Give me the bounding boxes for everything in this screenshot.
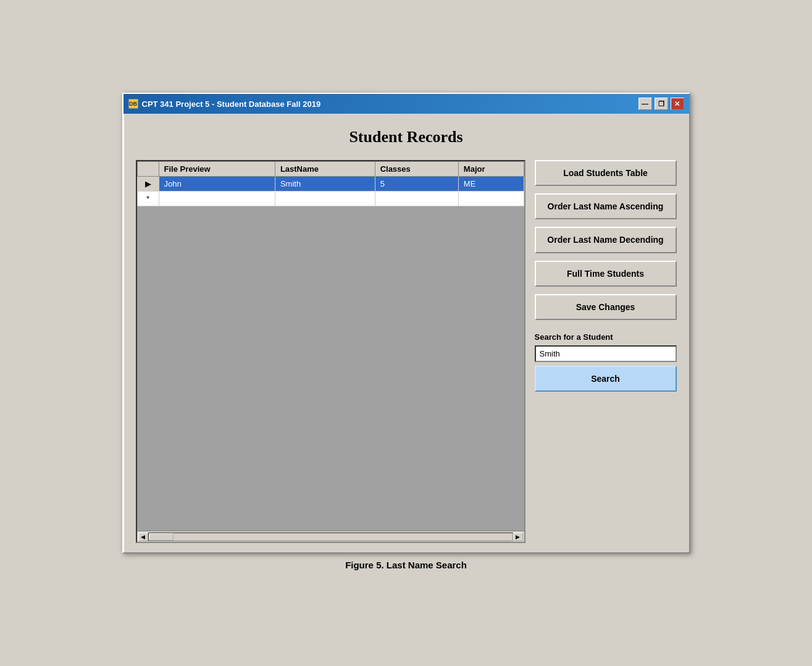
table-body: ▶ John Smith 5 ME * bbox=[137, 177, 524, 206]
horizontal-scrollbar[interactable]: ◀ ▶ bbox=[137, 531, 524, 542]
full-time-students-button[interactable]: Full Time Students bbox=[535, 261, 677, 287]
close-button[interactable]: ✕ bbox=[671, 98, 684, 110]
table-row-new[interactable]: * bbox=[137, 192, 524, 206]
search-input[interactable] bbox=[535, 345, 677, 362]
search-button[interactable]: Search bbox=[535, 366, 677, 392]
figure-caption: Figure 5. Last Name Search bbox=[345, 554, 467, 573]
title-bar: DB CPT 341 Project 5 - Student Database … bbox=[123, 94, 689, 114]
col-lastname: LastName bbox=[275, 162, 375, 177]
page-title: Student Records bbox=[136, 123, 677, 154]
title-bar-left: DB CPT 341 Project 5 - Student Database … bbox=[128, 99, 321, 109]
table-row[interactable]: ▶ John Smith 5 ME bbox=[137, 177, 524, 192]
save-changes-button[interactable]: Save Changes bbox=[535, 294, 677, 320]
window-content: Student Records File Preview LastName Cl… bbox=[123, 114, 689, 552]
data-table: File Preview LastName Classes Major ▶ Jo… bbox=[137, 161, 524, 206]
col-classes: Classes bbox=[375, 162, 458, 177]
table-header: File Preview LastName Classes Major bbox=[137, 162, 524, 177]
cell-major-1[interactable]: ME bbox=[458, 177, 524, 192]
scrollbar-track[interactable] bbox=[148, 533, 513, 541]
col-major: Major bbox=[458, 162, 524, 177]
search-section: Search for a Student Search bbox=[535, 332, 677, 392]
title-bar-controls: — ❐ ✕ bbox=[638, 98, 684, 110]
col-indicator bbox=[137, 162, 159, 177]
scrollbar-thumb[interactable] bbox=[149, 533, 174, 541]
app-icon: DB bbox=[128, 99, 138, 109]
cell-classes-2[interactable] bbox=[375, 192, 458, 206]
restore-button[interactable]: ❐ bbox=[655, 98, 668, 110]
search-label: Search for a Student bbox=[535, 332, 677, 342]
cell-major-2[interactable] bbox=[458, 192, 524, 206]
order-ascending-button[interactable]: Order Last Name Ascending bbox=[535, 193, 677, 219]
cell-classes-1[interactable]: 5 bbox=[375, 177, 458, 192]
col-file-preview: File Preview bbox=[159, 162, 275, 177]
main-area: File Preview LastName Classes Major ▶ Jo… bbox=[136, 160, 677, 543]
scroll-left-button[interactable]: ◀ bbox=[138, 533, 148, 541]
minimize-button[interactable]: — bbox=[638, 98, 652, 110]
table-container: File Preview LastName Classes Major ▶ Jo… bbox=[136, 160, 525, 543]
cell-firstname-2[interactable] bbox=[159, 192, 275, 206]
cell-firstname-1[interactable]: John bbox=[159, 177, 275, 192]
load-students-button[interactable]: Load Students Table bbox=[535, 160, 677, 186]
main-window: DB CPT 341 Project 5 - Student Database … bbox=[122, 93, 690, 554]
table-empty-area bbox=[137, 206, 524, 531]
order-descending-button[interactable]: Order Last Name Decending bbox=[535, 227, 677, 253]
cell-lastname-2[interactable] bbox=[275, 192, 375, 206]
cell-lastname-1[interactable]: Smith bbox=[275, 177, 375, 192]
buttons-panel: Load Students Table Order Last Name Asce… bbox=[535, 160, 677, 392]
row-indicator-1: ▶ bbox=[137, 177, 159, 192]
scroll-right-button[interactable]: ▶ bbox=[513, 533, 523, 541]
window-title: CPT 341 Project 5 - Student Database Fal… bbox=[142, 99, 321, 109]
row-indicator-2: * bbox=[137, 192, 159, 206]
